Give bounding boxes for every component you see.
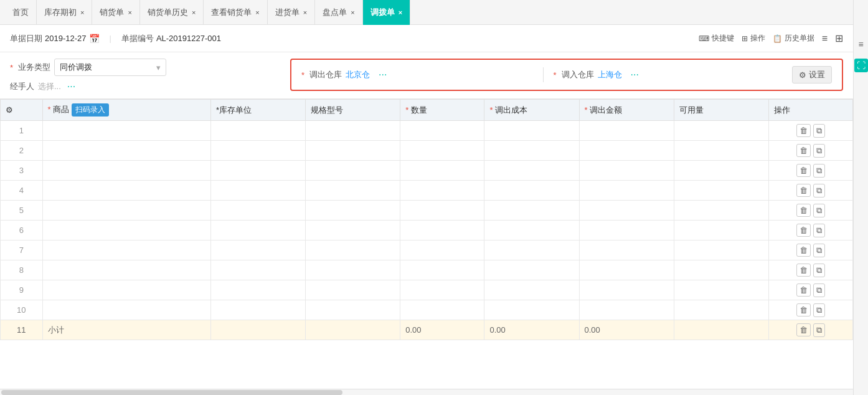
spec-cell[interactable] [306, 141, 400, 161]
amount-cell[interactable] [579, 121, 674, 141]
qty-cell[interactable] [400, 181, 484, 201]
scrollbar-thumb[interactable] [1, 390, 342, 395]
business-type-select[interactable]: 同价调拨 ▾ [54, 59, 166, 76]
tab-sales-order[interactable]: 销货单 × [92, 0, 139, 25]
close-icon-sales-history[interactable]: × [192, 9, 196, 16]
qty-cell[interactable] [400, 221, 484, 240]
delete-button[interactable]: 🗑 [796, 303, 811, 316]
qty-cell[interactable] [400, 240, 484, 260]
cost-cell[interactable] [484, 280, 579, 300]
copy-button[interactable]: ⧉ [813, 204, 825, 217]
scan-button[interactable]: 扫码录入 [72, 103, 109, 117]
available-cell[interactable] [674, 201, 768, 221]
tab-inventory-check[interactable]: 盘点单 × [315, 0, 362, 25]
spec-cell[interactable] [306, 161, 400, 181]
close-icon-purchase[interactable]: × [303, 9, 307, 16]
delete-button[interactable]: 🗑 [796, 124, 811, 137]
unit-cell[interactable] [211, 300, 306, 320]
delete-button[interactable]: 🗑 [796, 144, 811, 157]
close-icon-view-sales[interactable]: × [255, 9, 259, 16]
copy-button[interactable]: ⧉ [813, 283, 825, 297]
copy-button[interactable]: ⧉ [813, 323, 825, 337]
out-warehouse-more-icon[interactable]: ··· [379, 69, 387, 80]
table-wrapper[interactable]: ⚙ * 商品 扫码录入 *库存单位 规格型号 * 数量 [0, 99, 853, 389]
sidebar-list-icon[interactable]: ≡ [854, 37, 868, 51]
amount-cell[interactable] [579, 300, 674, 320]
product-cell[interactable] [42, 221, 210, 240]
tab-purchase-order[interactable]: 进货单 × [268, 0, 315, 25]
product-cell[interactable] [42, 201, 210, 221]
copy-button[interactable]: ⧉ [813, 124, 825, 138]
delete-button[interactable]: 🗑 [796, 323, 811, 336]
available-cell[interactable] [674, 221, 768, 240]
sidebar-expand-icon[interactable]: ⛶ [854, 59, 868, 72]
spec-cell[interactable] [306, 121, 400, 141]
cost-cell[interactable] [484, 161, 579, 181]
delete-button[interactable]: 🗑 [796, 204, 811, 217]
handler-select[interactable]: 选择... [38, 81, 61, 92]
unit-cell[interactable] [211, 221, 306, 240]
copy-button[interactable]: ⧉ [813, 184, 825, 198]
copy-button[interactable]: ⧉ [813, 264, 825, 277]
copy-button[interactable]: ⧉ [813, 144, 825, 158]
unit-cell[interactable] [211, 121, 306, 141]
spec-cell[interactable] [306, 260, 400, 280]
tab-transfer-order[interactable]: 调拨单 × [363, 0, 410, 25]
product-cell[interactable] [42, 161, 210, 181]
qty-cell[interactable] [400, 141, 484, 161]
handler-more-icon[interactable]: ··· [67, 81, 75, 92]
layout-grid-action[interactable]: ⊞ [835, 32, 843, 44]
delete-button[interactable]: 🗑 [796, 244, 811, 257]
cost-cell[interactable] [484, 240, 579, 260]
amount-cell[interactable] [579, 181, 674, 201]
qty-cell[interactable] [400, 300, 484, 320]
copy-button[interactable]: ⧉ [813, 303, 825, 317]
qty-cell[interactable] [400, 161, 484, 181]
amount-cell[interactable] [579, 141, 674, 161]
tab-inventory-init[interactable]: 库存期初 × [37, 0, 92, 25]
available-cell[interactable] [674, 181, 768, 201]
unit-cell[interactable] [211, 280, 306, 300]
tab-view-sales[interactable]: 查看销货单 × [204, 0, 267, 25]
calendar-icon[interactable]: 📅 [89, 34, 100, 44]
product-cell[interactable] [42, 260, 210, 280]
cost-cell[interactable] [484, 221, 579, 240]
close-icon-transfer[interactable]: × [399, 9, 402, 16]
spec-cell[interactable] [306, 201, 400, 221]
operations-action[interactable]: ⊞ 操作 [742, 33, 765, 44]
unit-cell[interactable] [211, 141, 306, 161]
cost-cell[interactable] [484, 141, 579, 161]
cost-cell[interactable] [484, 181, 579, 201]
delete-button[interactable]: 🗑 [796, 224, 811, 237]
amount-cell[interactable] [579, 161, 674, 181]
available-cell[interactable] [674, 300, 768, 320]
th-settings[interactable]: ⚙ [1, 100, 43, 121]
amount-cell[interactable] [579, 221, 674, 240]
qty-cell[interactable] [400, 260, 484, 280]
close-icon-sales-order[interactable]: × [128, 9, 131, 16]
qty-cell[interactable] [400, 280, 484, 300]
column-settings-icon[interactable]: ⚙ [6, 105, 13, 115]
amount-cell[interactable] [579, 240, 674, 260]
available-cell[interactable] [674, 141, 768, 161]
close-icon-inventory-check[interactable]: × [351, 9, 354, 16]
copy-button[interactable]: ⧉ [813, 244, 825, 257]
tab-sales-history[interactable]: 销货单历史 × [140, 0, 204, 25]
product-cell[interactable] [42, 141, 210, 161]
spec-cell[interactable] [306, 181, 400, 201]
available-cell[interactable] [674, 161, 768, 181]
product-cell[interactable] [42, 181, 210, 201]
shortcuts-action[interactable]: ⌨ 快捷键 [699, 33, 734, 44]
cost-cell[interactable] [484, 121, 579, 141]
available-cell[interactable] [674, 280, 768, 300]
available-cell[interactable] [674, 240, 768, 260]
cost-cell[interactable] [484, 201, 579, 221]
amount-cell[interactable] [579, 280, 674, 300]
delete-button[interactable]: 🗑 [796, 283, 811, 297]
delete-button[interactable]: 🗑 [796, 164, 811, 177]
amount-cell[interactable] [579, 260, 674, 280]
product-cell[interactable] [42, 280, 210, 300]
product-cell[interactable] [42, 300, 210, 320]
close-icon-inventory-init[interactable]: × [80, 9, 84, 16]
settings-button[interactable]: ⚙ 设置 [792, 66, 832, 83]
